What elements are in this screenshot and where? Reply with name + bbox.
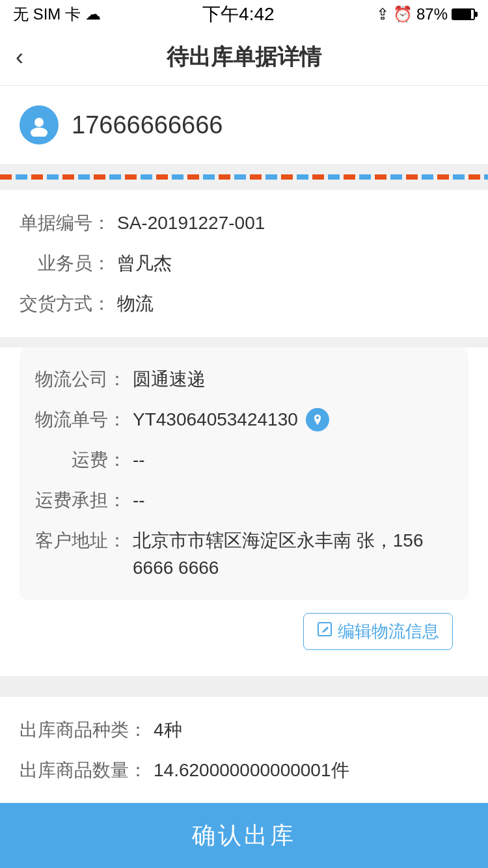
- freight-bearer-label: 运费承担：: [35, 487, 126, 514]
- logistics-card: 物流公司： 圆通速递 物流单号： YT43064053424130 运费： --…: [20, 347, 468, 600]
- address-row: 客户地址： 北京市市辖区海淀区永丰南 张，156 6666 6666: [35, 527, 453, 582]
- battery-icon: [452, 8, 475, 20]
- salesman-value: 曾凡杰: [117, 250, 468, 277]
- logistics-company-value: 圆通速递: [133, 366, 453, 393]
- freight-bearer-row: 运费承担： --: [35, 487, 453, 514]
- goods-quantity-value: 14.620000000000001件: [154, 757, 468, 784]
- doc-number-label: 单据编号：: [20, 210, 111, 237]
- status-right: ⇪ ⏰ 87%: [376, 5, 475, 23]
- logistics-tracking-value: YT43064053424130: [133, 406, 453, 433]
- logistics-company-row: 物流公司： 圆通速递: [35, 366, 453, 393]
- edit-btn-row: 编辑物流信息: [20, 600, 468, 657]
- dashed-divider: [0, 174, 488, 180]
- logistics-section: 物流公司： 圆通速递 物流单号： YT43064053424130 运费： --…: [0, 347, 488, 676]
- freight-label: 运费：: [35, 446, 126, 474]
- sim-wifi-text: 无 SIM 卡 ☁: [13, 4, 101, 25]
- nav-bar: ‹ 待出库单据详情: [0, 29, 488, 86]
- salesman-row: 业务员： 曾凡杰: [20, 250, 468, 277]
- confirm-button-label: 确认出库: [192, 820, 296, 852]
- customer-header: 17666666666: [0, 86, 488, 164]
- edit-icon: [317, 621, 332, 642]
- doc-number-value: SA-20191227-001: [117, 210, 468, 237]
- confirm-button[interactable]: 确认出库: [0, 803, 488, 868]
- track-location-button[interactable]: [306, 408, 329, 431]
- edit-logistics-label: 编辑物流信息: [338, 620, 439, 643]
- address-label: 客户地址：: [35, 527, 126, 554]
- delivery-value: 物流: [117, 290, 468, 318]
- location-icon: ⇪: [376, 5, 389, 23]
- section-divider-1: [0, 686, 488, 697]
- salesman-label: 业务员：: [20, 250, 111, 277]
- avatar: [20, 105, 59, 144]
- alarm-icon: ⏰: [393, 5, 413, 23]
- svg-point-1: [31, 128, 47, 137]
- customer-phone: 17666666666: [72, 111, 223, 139]
- status-time: 下午4:42: [202, 2, 275, 27]
- goods-types-label: 出库商品种类：: [20, 716, 147, 744]
- edit-logistics-button[interactable]: 编辑物流信息: [303, 613, 453, 650]
- page-title: 待出库单据详情: [167, 42, 321, 72]
- back-button[interactable]: ‹: [16, 44, 23, 71]
- delivery-row: 交货方式： 物流: [20, 290, 468, 318]
- logistics-tracking-row: 物流单号： YT43064053424130: [35, 406, 453, 433]
- freight-row: 运费： --: [35, 446, 453, 474]
- goods-quantity-label: 出库商品数量：: [20, 757, 147, 784]
- svg-point-0: [34, 118, 44, 127]
- doc-number-row: 单据编号： SA-20191227-001: [20, 210, 468, 237]
- doc-info-section: 单据编号： SA-20191227-001 业务员： 曾凡杰 交货方式： 物流: [0, 190, 488, 337]
- status-bar: 无 SIM 卡 ☁ 下午4:42 ⇪ ⏰ 87%: [0, 0, 488, 29]
- goods-types-value: 4种: [154, 716, 468, 744]
- goods-quantity-row: 出库商品数量： 14.620000000000001件: [20, 757, 468, 784]
- goods-types-row: 出库商品种类： 4种: [20, 716, 468, 744]
- status-left: 无 SIM 卡 ☁: [13, 4, 101, 25]
- address-value: 北京市市辖区海淀区永丰南 张，156 6666 6666: [133, 527, 453, 582]
- delivery-label: 交货方式：: [20, 290, 111, 318]
- battery-text: 87%: [416, 5, 448, 23]
- logistics-company-label: 物流公司：: [35, 366, 126, 393]
- freight-value: --: [133, 446, 453, 474]
- freight-bearer-value: --: [133, 487, 453, 514]
- logistics-tracking-label: 物流单号：: [35, 406, 126, 433]
